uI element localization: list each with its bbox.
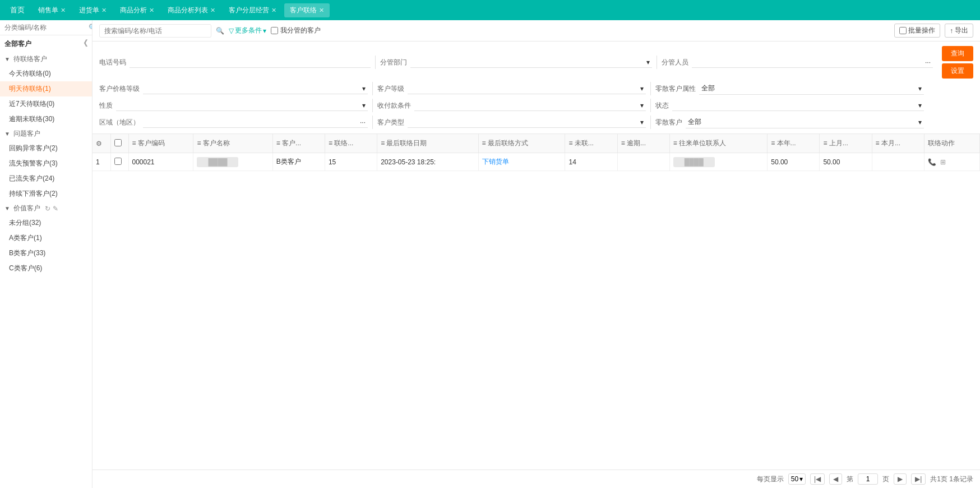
sidebar-item-7days[interactable]: 近7天待联络(0)	[0, 96, 92, 112]
th-this-year[interactable]: ≡ 本年...	[768, 134, 820, 153]
set-btn[interactable]: 设置	[942, 63, 973, 79]
gear-icon[interactable]: ⚙	[96, 140, 102, 148]
sidebar-item-overdue[interactable]: 逾期未联络(30)	[0, 112, 92, 127]
sidebar-item-class-b[interactable]: B类客户(33)	[0, 246, 92, 261]
per-page-select[interactable]: 50 ▾	[788, 473, 806, 485]
th-name[interactable]: ≡ 客户名称	[193, 134, 272, 153]
more-conditions-btn[interactable]: ▽ 更多条件 ▾	[229, 26, 266, 35]
filter-row-2: 客户价格等级 ▾ 客户等级 ▾ 零散客户属性 全部	[99, 82, 973, 95]
group-problem-customers[interactable]: ▼ 问题客户	[0, 127, 92, 141]
export-btn[interactable]: ↑ 导出	[945, 24, 973, 38]
action-more-icon[interactable]: ⊞	[940, 158, 946, 166]
manager-label: 分管人员	[662, 58, 688, 67]
td-type: B类客户	[272, 153, 325, 171]
nav-tab-customer-contact-close[interactable]: ✕	[319, 7, 324, 14]
retail-customer-select[interactable]: 全部 ▾	[686, 116, 924, 128]
filter-search-input[interactable]	[99, 24, 211, 38]
dept-select[interactable]: ▾	[410, 57, 651, 68]
th-unlink-days[interactable]: ≡ 未联...	[565, 134, 617, 153]
td-checkbox[interactable]	[110, 153, 128, 171]
filter-search-icon[interactable]: 🔍	[216, 27, 224, 35]
batch-checkbox[interactable]	[899, 27, 907, 34]
sidebar-item-class-c[interactable]: C类客户(6)	[0, 261, 92, 276]
divider-8	[650, 116, 651, 129]
sidebar-item-class-a[interactable]: A类客户(1)	[0, 231, 92, 246]
td-this-month	[872, 153, 924, 171]
th-checkbox[interactable]	[110, 134, 128, 153]
action-call-icon[interactable]: 📞	[928, 158, 936, 166]
nav-home[interactable]: 首页	[4, 3, 30, 17]
th-type[interactable]: ≡ 客户...	[272, 134, 325, 153]
nav-tab-purchase[interactable]: 进货单 ✕	[73, 3, 112, 17]
td-no: 1	[93, 153, 110, 171]
query-btn[interactable]: 查询	[942, 46, 973, 61]
sidebar-search-input[interactable]	[4, 24, 89, 31]
phone-input[interactable]	[130, 57, 371, 68]
group-value-customers[interactable]: ▼ 价值客户 ↻ ✎	[0, 201, 92, 215]
customer-type-select[interactable]: ▾	[408, 117, 646, 128]
sidebar-item-today[interactable]: 今天待联络(0)	[0, 66, 92, 81]
region-select[interactable]: ···	[143, 117, 368, 128]
per-page-label: 每页显示	[757, 475, 784, 484]
th-action: 联络动作	[924, 134, 979, 153]
customer-level-select[interactable]: ▾	[408, 84, 646, 94]
row-checkbox[interactable]	[114, 158, 122, 165]
customer-value-label: 客户价格等级	[99, 84, 140, 94]
prev-page-btn[interactable]: ◀	[829, 473, 842, 485]
retail-attr-select[interactable]: 全部 ▾	[699, 82, 924, 95]
nav-tab-sales[interactable]: 销售单 ✕	[33, 3, 71, 17]
manager-dots: ···	[925, 58, 931, 66]
nav-tab-analysis-list-close[interactable]: ✕	[210, 7, 215, 14]
nav-tab-purchase-close[interactable]: ✕	[101, 7, 107, 14]
next-page-btn[interactable]: ▶	[894, 473, 907, 485]
status-select[interactable]: ▾	[672, 100, 924, 111]
gender-select[interactable]: ▾	[116, 100, 368, 111]
group-triangle-value: ▼	[4, 205, 10, 211]
th-contact-count[interactable]: ≡ 联络...	[325, 134, 377, 153]
first-page-btn[interactable]: |◀	[810, 473, 825, 485]
all-customers-header[interactable]: 全部客户 《	[0, 35, 92, 52]
my-customers-checkbox[interactable]	[271, 27, 278, 34]
last-page-btn[interactable]: ▶|	[911, 473, 926, 485]
nav-tab-sales-close[interactable]: ✕	[61, 7, 66, 14]
nav-tab-analysis-close[interactable]: ✕	[149, 7, 154, 14]
td-last-method[interactable]: 下销货单	[478, 153, 565, 171]
manager-select[interactable]: ···	[692, 57, 933, 68]
sidebar-item-churned[interactable]: 已流失客户(24)	[0, 171, 92, 186]
footer: 每页显示 50 ▾ |◀ ◀ 第 页 ▶ ▶| 共1页 1条记录	[93, 469, 980, 488]
nav-tab-customer-tier-close[interactable]: ✕	[271, 7, 276, 14]
refresh-icon[interactable]: ↻	[45, 205, 50, 213]
batch-op-btn[interactable]: 批量操作	[894, 24, 940, 38]
my-customers-checkbox-label[interactable]: 我分管的客户	[271, 26, 321, 35]
filter-icon: ▽	[229, 27, 234, 35]
nav-tab-customer-contact[interactable]: 客户联络 ✕	[284, 3, 330, 17]
sidebar-item-churn-warning[interactable]: 流失预警客户(3)	[0, 156, 92, 171]
customer-value-select[interactable]: ▾	[143, 84, 368, 94]
nav-tab-analysis[interactable]: 商品分析 ✕	[114, 3, 160, 17]
th-last-date[interactable]: ≡ 最后联络日期	[377, 134, 478, 153]
header-checkbox[interactable]	[114, 139, 122, 146]
sidebar-item-repurchase-abnormal[interactable]: 回购异常客户(2)	[0, 141, 92, 156]
th-last-method[interactable]: ≡ 最后联络方式	[478, 134, 565, 153]
edit-icon[interactable]: ✎	[53, 205, 58, 213]
group-pending-contact[interactable]: ▼ 待联络客户	[0, 52, 92, 66]
nav-tab-analysis-list[interactable]: 商品分析列表 ✕	[162, 3, 221, 17]
last-method-link[interactable]: 下销货单	[482, 158, 509, 165]
th-gear[interactable]: ⚙	[93, 134, 110, 153]
payment-select[interactable]: ▾	[414, 100, 646, 111]
nav-tab-customer-tier[interactable]: 客户分层经营 ✕	[223, 3, 282, 17]
sidebar-item-tomorrow[interactable]: 明天待联络(1)	[0, 81, 92, 96]
th-contact-person[interactable]: ≡ 往来单位联系人	[669, 134, 767, 153]
advanced-filter: 电话号码 分管部门 ▾ 分管人员 ···	[93, 42, 980, 134]
group-triangle-problem: ▼	[4, 131, 10, 137]
sidebar-search-icon[interactable]: 🔍	[89, 24, 93, 31]
ct-caret: ▾	[640, 118, 644, 126]
page-input[interactable]	[858, 473, 878, 485]
th-overdue[interactable]: ≡ 逾期...	[617, 134, 669, 153]
th-last-month[interactable]: ≡ 上月...	[820, 134, 872, 153]
th-this-month[interactable]: ≡ 本月...	[872, 134, 924, 153]
th-code[interactable]: ≡ 客户编码	[128, 134, 193, 153]
filter-actions: 查询 设置	[942, 46, 973, 79]
sidebar-item-declining[interactable]: 持续下滑客户(2)	[0, 186, 92, 201]
sidebar-item-ungroup[interactable]: 未分组(32)	[0, 215, 92, 231]
